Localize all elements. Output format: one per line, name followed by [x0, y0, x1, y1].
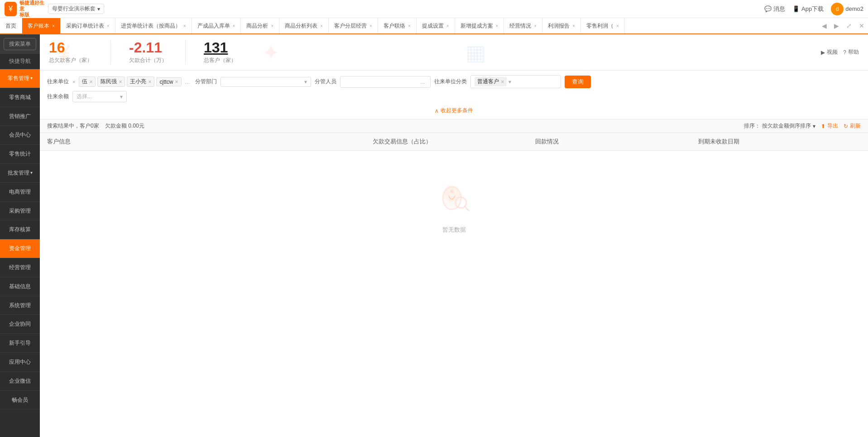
tab-customer-ledger[interactable]: 客户账本 × — [22, 18, 61, 34]
sidebar-item-newbie[interactable]: 新手引导 — [0, 334, 40, 353]
help-btn[interactable]: ? 帮助 — [843, 48, 859, 56]
stat-number-customers: 16 — [49, 40, 65, 55]
search-button[interactable]: 查询 — [565, 76, 591, 88]
tag-close-icon[interactable]: × — [501, 79, 504, 85]
data-table: 客户信息 欠款交易信息（占比） 回款情况 到期未收款日期 — [40, 133, 868, 437]
video-btn[interactable]: ▶ 视频 — [821, 48, 838, 56]
tag-close-icon[interactable]: × — [89, 79, 92, 85]
filter-tags: 伍 × 陈民强 × 王小亮 × cjttcw × ... — [79, 76, 192, 87]
table-header: 客户信息 欠款交易信息（占比） 回款情况 到期未收款日期 — [40, 133, 868, 151]
close-icon[interactable]: × — [616, 24, 619, 28]
tab-product-analysis[interactable]: 商品分析 × — [241, 18, 279, 34]
filter-tag-wu: 伍 × — [79, 76, 96, 87]
chevron-down-icon: ▾ — [813, 123, 815, 129]
tab-label: 客户联络 — [384, 22, 405, 30]
col-debt-info: 欠款交易信息（占比） — [373, 138, 535, 146]
close-icon[interactable]: × — [183, 24, 186, 28]
sidebar-item-finance[interactable]: 资金管理 — [0, 239, 40, 258]
sidebar-item-label: 应用中心 — [9, 359, 31, 365]
unit-filter-close[interactable]: × — [72, 79, 75, 85]
sort-select[interactable]: 排序： 按欠款金额倒序排序 ▾ — [744, 122, 815, 130]
more-tags-btn[interactable]: ... — [183, 77, 192, 86]
close-icon[interactable]: × — [233, 24, 235, 28]
close-icon[interactable]: × — [496, 24, 499, 28]
tab-product-analysis-list[interactable]: 商品分析列表 × — [279, 18, 329, 34]
refresh-icon: ↻ — [844, 123, 848, 129]
collapse-button[interactable]: ∧ 收起更多条件 — [435, 107, 473, 114]
sidebar-item-marketing[interactable]: 营销推广 — [0, 107, 40, 126]
tab-operations[interactable]: 经营情况 × — [504, 18, 542, 34]
tab-customer-tier[interactable]: 客户分层经营 × — [329, 18, 378, 34]
account-selector[interactable]: 母婴行业演示帐套 ▾ — [48, 4, 104, 14]
sidebar-item-wechat[interactable]: 企业微信 — [0, 372, 40, 391]
dept-filter-select[interactable]: ▾ — [221, 77, 311, 87]
tag-close-icon[interactable]: × — [175, 79, 178, 85]
tab-label: 采购订单统计表 — [66, 22, 104, 30]
sidebar-item-retail-mall[interactable]: 零售商城 — [0, 88, 40, 107]
refresh-button[interactable]: ↻ 刷新 — [844, 122, 861, 130]
stat-debt-amount: -2.11 欠款合计（万） — [110, 40, 185, 64]
sidebar-item-basic-info[interactable]: 基础信息 — [0, 277, 40, 296]
sidebar-item-ecommerce[interactable]: 电商管理 — [0, 183, 40, 202]
sidebar-item-member[interactable]: 会员中心 — [0, 126, 40, 145]
nav-expand-icon[interactable]: ⤢ — [843, 22, 855, 29]
top-bar-right: 💬 消息 📱 App下载 d demo2 — [764, 3, 863, 15]
sidebar-item-inventory[interactable]: 库存核算 — [0, 220, 40, 239]
tab-inventory-stats[interactable]: 进货单统计表（按商品） × — [115, 18, 192, 34]
message-btn[interactable]: 💬 消息 — [764, 5, 785, 13]
close-icon[interactable]: × — [446, 24, 449, 28]
close-icon[interactable]: × — [107, 24, 110, 28]
more-options-icon[interactable]: ... — [418, 78, 427, 86]
tab-label: 客户分层经营 — [334, 22, 367, 30]
search-menu-button[interactable]: 搜索菜单 — [4, 38, 36, 50]
sidebar-item-purchase[interactable]: 采购管理 — [0, 202, 40, 221]
user-profile[interactable]: d demo2 — [831, 3, 863, 15]
nav-next-icon[interactable]: ▶ — [830, 22, 843, 29]
tab-retail-profit[interactable]: 零售利润（ × — [581, 18, 625, 34]
nav-tabs: 首页 客户账本 × 采购订单统计表 × 进货单统计表（按商品） × 产成品入库单… — [0, 18, 868, 34]
person-filter-select[interactable]: ... — [340, 76, 431, 88]
video-icon: ▶ — [821, 49, 825, 56]
close-icon[interactable]: × — [572, 24, 575, 28]
tag-close-icon[interactable]: × — [148, 79, 151, 85]
tab-label: 新增提成方案 — [460, 22, 493, 30]
close-icon[interactable]: × — [408, 24, 411, 28]
filter-tag-cjttcw: cjttcw × — [156, 77, 181, 86]
logo-area: ¥ 畅捷通好生意 标版 — [5, 0, 44, 18]
tab-profit-report[interactable]: 利润报告 × — [542, 18, 581, 34]
close-icon[interactable]: × — [52, 24, 55, 28]
sidebar-item-wholesale[interactable]: 批发管理 ▾ — [0, 164, 40, 183]
export-button[interactable]: ⬆ 导出 — [821, 122, 838, 130]
tab-customer-contact[interactable]: 客户联络 × — [378, 18, 417, 34]
tab-product-instock[interactable]: 产成品入库单 × — [192, 18, 241, 34]
close-icon[interactable]: × — [320, 24, 323, 28]
sidebar-item-system[interactable]: 系统管理 — [0, 296, 40, 315]
balance-filter-select[interactable]: 选择... ▾ — [72, 91, 127, 102]
nav-prev-icon[interactable]: ◀ — [818, 22, 830, 29]
sidebar-item-retail-stats[interactable]: 零售统计 — [0, 145, 40, 164]
nav-close-all-icon[interactable]: ✕ — [855, 22, 868, 29]
sidebar-quick-nav[interactable]: 快捷导航 — [0, 54, 40, 69]
app-download-btn[interactable]: 📱 App下载 — [792, 5, 824, 13]
tab-label: 商品分析列表 — [285, 22, 317, 30]
sidebar: 搜索菜单 快捷导航 零售管理 ▾ 零售商城 营销推广 会员中心 零售统计 批发管… — [0, 34, 40, 437]
tab-home[interactable]: 首页 — [0, 18, 22, 34]
sidebar-item-retail[interactable]: 零售管理 ▾ — [0, 69, 40, 88]
filter-row-2: 往来余额 选择... ▾ — [47, 91, 861, 102]
sidebar-item-app-center[interactable]: 应用中心 — [0, 353, 40, 372]
top-bar: ¥ 畅捷通好生意 标版 母婴行业演示帐套 ▾ 💬 消息 📱 App下载 d de… — [0, 0, 868, 18]
close-icon[interactable]: × — [369, 24, 372, 28]
close-icon[interactable]: × — [534, 24, 537, 28]
export-icon: ⬆ — [821, 123, 825, 129]
tab-new-commission[interactable]: 新增提成方案 × — [455, 18, 504, 34]
tab-purchase-order-stats[interactable]: 采购订单统计表 × — [61, 18, 115, 34]
logo-icon: ¥ — [5, 2, 17, 16]
sidebar-item-vip[interactable]: 畅会员 — [0, 391, 40, 410]
unit-class-select[interactable]: 普通客户 × ▾ — [470, 75, 561, 88]
tag-close-icon[interactable]: × — [119, 79, 122, 85]
empty-icon — [436, 178, 472, 220]
tab-commission-settings[interactable]: 提成设置 × — [417, 18, 455, 34]
sidebar-item-operations-mgmt[interactable]: 经营管理 — [0, 258, 40, 277]
sidebar-item-enterprise[interactable]: 企业协同 — [0, 315, 40, 334]
close-icon[interactable]: × — [271, 24, 273, 28]
